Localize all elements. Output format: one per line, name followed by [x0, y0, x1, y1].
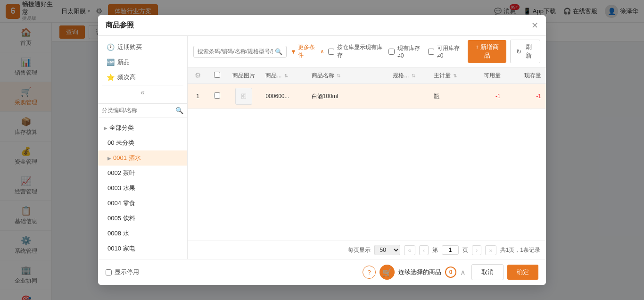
cat-item-0004[interactable]: 0004 零食 [98, 196, 187, 211]
new-icon: 🆕 [107, 58, 115, 66]
row-stock-1: -1 [505, 84, 546, 109]
col-header-unit[interactable]: 主计量 ⇅ [429, 67, 465, 84]
available-stock-checkbox[interactable] [428, 49, 434, 55]
cat-label-00: 00 未分类 [107, 139, 134, 147]
help-button[interactable]: ? [363, 266, 376, 279]
cat-item-0001[interactable]: ▶ 0001 酒水 [98, 150, 187, 166]
cart-icon: 🛒 [382, 268, 392, 277]
quick-item-recent-label: 近期购买 [117, 43, 142, 51]
prev-page-button[interactable]: ‹ [419, 245, 429, 255]
product-table: ⚙ 商品图片 商品... ⇅ [188, 67, 546, 109]
footer-collapse-icon[interactable]: ∧ [460, 268, 466, 277]
last-page-button[interactable]: » [485, 245, 496, 255]
show-disabled-checkbox[interactable] [106, 269, 112, 275]
modal-close-button[interactable]: ✕ [531, 21, 538, 30]
product-search-input[interactable] [198, 48, 273, 55]
cart-count-badge: 0 [445, 267, 456, 278]
cat-label-0010: 0010 家电 [107, 244, 135, 253]
add-product-button[interactable]: + 新增商品 [468, 40, 506, 63]
product-table-container: ⚙ 商品图片 商品... ⇅ [188, 67, 546, 241]
modal-footer: 显示停用 ? 🛒 连续选择的商品 0 ∧ 取消 确定 [98, 259, 546, 285]
current-stock-checkbox[interactable] [388, 49, 395, 55]
product-search-icon[interactable]: 🔍 [275, 48, 282, 55]
filter-arrow-icon: ∧ [320, 48, 324, 55]
pagination-bar: 每页显示 50 10 20 100 « ‹ 第 页 › » 共1页，1条记录 [188, 241, 546, 259]
product-image-placeholder: 图 [235, 88, 252, 105]
product-reference-modal: 商品参照 ✕ 🕐 近期购买 🆕 新品 [98, 15, 546, 285]
show-disabled-checkbox-group[interactable]: 显示停用 [106, 268, 139, 276]
modal-body: 🕐 近期购买 🆕 新品 ⭐ 频次高 « [98, 36, 546, 259]
modal-left-panel: 🕐 近期购买 🆕 新品 ⭐ 频次高 « [98, 36, 188, 259]
category-search-box: 🔍 [98, 104, 187, 117]
col-header-spec[interactable]: 规格... ⇅ [388, 67, 429, 84]
warehouse-stock-checkbox[interactable] [328, 49, 334, 55]
refresh-icon: ↻ [516, 48, 521, 55]
filter-label: 更多条件 [298, 43, 319, 59]
sort-unit-icon: ⇅ [453, 73, 457, 78]
cat-label-0001: 0001 酒水 [113, 154, 141, 162]
cat-label-0002: 0002 茶叶 [107, 169, 135, 177]
quick-item-recent[interactable]: 🕐 近期购买 [102, 40, 183, 55]
cat-label-all: 全部分类 [109, 124, 134, 132]
cat-label-0008: 0008 水 [107, 229, 129, 238]
quick-access-list: 🕐 近期购买 🆕 新品 ⭐ 频次高 [102, 40, 183, 85]
confirm-button[interactable]: 确定 [507, 265, 538, 280]
filter-button[interactable]: ▼ 更多条件 ∧ [290, 43, 324, 59]
quick-item-frequent[interactable]: ⭐ 频次高 [102, 70, 183, 85]
cat-label-0004: 0004 零食 [107, 199, 135, 208]
sort-code-icon: ⇅ [284, 73, 288, 78]
quick-item-new[interactable]: 🆕 新品 [102, 55, 183, 70]
table-row[interactable]: 1 图 [188, 84, 546, 109]
cat-arrow-icon: ▶ [104, 125, 107, 131]
quick-access-section: 🕐 近期购买 🆕 新品 ⭐ 频次高 « [98, 36, 187, 104]
row-name-1: 白酒100ml [307, 84, 388, 109]
col-settings-icon[interactable]: ⚙ [195, 71, 201, 79]
cat-item-00[interactable]: 00 未分类 [98, 135, 187, 150]
col-header-stock[interactable]: 现存量 [505, 67, 546, 84]
cat-item-0005[interactable]: 0005 饮料 [98, 211, 187, 226]
help-icon: ? [367, 269, 371, 276]
category-search-icon[interactable]: 🔍 [175, 107, 183, 114]
toolbar-right: + 新增商品 ↻ 刷新 [468, 40, 540, 63]
cat-item-all[interactable]: ▶ 全部分类 [98, 120, 187, 135]
refresh-button[interactable]: ↻ 刷新 [510, 40, 540, 63]
col-header-check[interactable] [208, 67, 226, 84]
cancel-button[interactable]: 取消 [471, 264, 504, 280]
category-tree: ▶ 全部分类 00 未分类 ▶ 0001 酒水 0002 茶叶 0003 水果 [98, 117, 187, 259]
row-code-1: 000600... [261, 84, 306, 109]
cat-item-0003[interactable]: 0003 水果 [98, 181, 187, 196]
footer-right: 取消 确定 [471, 264, 538, 280]
row-unit-1: 瓶 [429, 84, 465, 109]
row-check-1[interactable] [208, 84, 226, 109]
checkbox-available-stock[interactable]: 可用库存≠0 [428, 44, 464, 59]
warehouse-stock-label: 按仓库显示现有库存 [337, 43, 385, 59]
total-info: 共1页，1条记录 [500, 246, 540, 254]
cat-item-0008[interactable]: 0008 水 [98, 226, 187, 241]
cat-label-0005: 0005 饮料 [107, 214, 135, 223]
page-size-label: 每页显示 [348, 246, 371, 254]
cat-item-0002[interactable]: 0002 茶叶 [98, 166, 187, 181]
page-word2: 页 [462, 246, 468, 254]
cart-button[interactable]: 🛒 [380, 265, 395, 280]
col-header-available[interactable]: 可用量 [464, 67, 505, 84]
modal-right-panel: 🔍 ▼ 更多条件 ∧ 按仓库显示现有库存 现有库存≠0 [188, 36, 546, 259]
select-all-checkbox[interactable] [214, 72, 220, 78]
page-number-input[interactable] [442, 245, 459, 255]
checkbox-current-stock[interactable]: 现有库存≠0 [388, 44, 424, 59]
cat-0001-arrow-icon: ▶ [107, 156, 111, 161]
first-page-button[interactable]: « [404, 245, 415, 255]
cat-item-0010[interactable]: 0010 家电 [98, 241, 187, 256]
available-stock-label: 可用库存≠0 [437, 44, 464, 59]
next-page-button[interactable]: › [472, 245, 481, 255]
page-size-select[interactable]: 50 10 20 100 [374, 245, 400, 255]
col-header-img: 商品图片 [226, 67, 261, 84]
filter-icon: ▼ [290, 48, 297, 55]
row-num-1: 1 [188, 84, 208, 109]
left-panel-collapse-button[interactable]: « [102, 85, 183, 100]
category-search-input[interactable] [102, 107, 173, 114]
row-checkbox-1[interactable] [214, 92, 220, 99]
checkbox-warehouse-stock[interactable]: 按仓库显示现有库存 [328, 43, 385, 59]
col-header-settings[interactable]: ⚙ [188, 67, 208, 84]
col-header-code[interactable]: 商品... ⇅ [261, 67, 306, 84]
col-header-name[interactable]: 商品名称 ⇅ [307, 67, 388, 84]
